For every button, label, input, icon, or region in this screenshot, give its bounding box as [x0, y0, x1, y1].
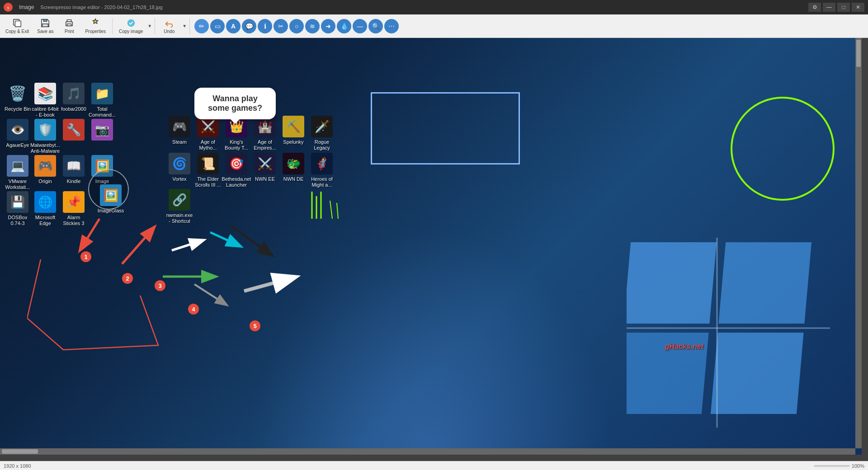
- foobar2000-icon[interactable]: 🎵 foobar2000: [58, 81, 90, 114]
- elder-scrolls-icon[interactable]: 📜 The Elder Scrolls III ...: [192, 151, 224, 190]
- svg-line-26: [330, 201, 332, 219]
- agaueeye-icon[interactable]: 👁️ AgaueEye: [2, 117, 33, 150]
- red-polygon: [27, 259, 172, 354]
- num-circle-5: 5: [250, 320, 260, 331]
- titlebar: S Image Screenpresso image editor - 2020…: [0, 0, 868, 14]
- svg-rect-5: [42, 24, 48, 27]
- copy-image-group: Copy image ▼: [115, 16, 152, 36]
- blur-tool[interactable]: ≋: [305, 19, 320, 33]
- image-dimensions: 1920 x 1080: [4, 463, 31, 469]
- svg-line-27: [337, 203, 338, 219]
- rect-annotation: [371, 92, 520, 164]
- zoom-level: 100%: [852, 463, 864, 469]
- green-lines-annotation: [307, 187, 362, 223]
- num-circle-4: 4: [188, 304, 199, 315]
- properties-button[interactable]: Properties: [81, 16, 109, 36]
- line-tool[interactable]: —: [353, 19, 367, 33]
- canvas-area[interactable]: 🗑️ Recycle Bin 📚 calibre 64bit - E-book …: [0, 38, 862, 455]
- separator-1: [112, 18, 113, 34]
- dosbox-icon[interactable]: 💾 DOSBox 0.74-3: [2, 189, 33, 228]
- nwmain-icon[interactable]: 🔗 nwmain.exe - Shortcut: [164, 187, 195, 226]
- copy-exit-button[interactable]: Copy & Exit: [2, 16, 33, 36]
- windows-logo: [627, 238, 816, 428]
- svg-text:S: S: [7, 6, 9, 10]
- menu-image[interactable]: Image: [16, 3, 37, 11]
- numbered-tool[interactable]: ℹ: [258, 19, 272, 33]
- recycle-bin-icon[interactable]: 🗑️ Recycle Bin: [2, 81, 33, 114]
- alarm-stickies-icon[interactable]: 📌 Alarm Stickies 3: [58, 189, 90, 228]
- separator-3: [189, 18, 190, 34]
- vortex-icon[interactable]: 🌀 Vortex: [164, 151, 195, 184]
- green-circle-annotation: [731, 97, 835, 201]
- v-scroll-thumb[interactable]: [856, 40, 861, 67]
- zoom-slider[interactable]: [814, 465, 850, 467]
- heroes-icon[interactable]: 🦸 Heroes of Might a...: [306, 151, 338, 190]
- light-beam: [250, 229, 612, 455]
- icon-4[interactable]: 📷: [86, 117, 118, 144]
- window-title: Screenpresso image editor - 2020-04-02_1…: [40, 5, 162, 10]
- minimize-button[interactable]: —: [823, 3, 835, 12]
- desktop-background: 🗑️ Recycle Bin 📚 calibre 64bit - E-book …: [0, 38, 862, 455]
- titlebar-left: S Image Screenpresso image editor - 2020…: [4, 3, 163, 12]
- spelunky-icon[interactable]: ⛏️ Spelunky: [278, 114, 309, 147]
- rectangle-tool[interactable]: ▭: [210, 19, 225, 33]
- h-scroll-thumb[interactable]: [2, 449, 38, 454]
- undo-button[interactable]: Undo: [158, 16, 180, 36]
- copy-image-dropdown[interactable]: ▼: [147, 24, 152, 28]
- callout-tool[interactable]: 💬: [242, 19, 256, 33]
- imageglass-icon[interactable]: 🖼️ ImageGlass: [95, 183, 127, 216]
- save-as-button[interactable]: Save as: [33, 16, 57, 36]
- more-tool[interactable]: ⋯: [384, 19, 399, 33]
- main-area: 🗑️ Recycle Bin 📚 calibre 64bit - E-book …: [0, 38, 868, 461]
- pencil-tool[interactable]: ✏: [194, 19, 209, 33]
- water-tool[interactable]: 💧: [337, 19, 351, 33]
- svg-rect-7: [67, 24, 71, 26]
- speech-bubble: Wanna play some games?: [194, 88, 276, 119]
- svg-rect-4: [44, 19, 47, 22]
- undo-dropdown[interactable]: ▼: [182, 24, 187, 28]
- statusbar: 1920 x 1080 100%: [0, 461, 868, 470]
- origin-icon[interactable]: 🎮 Origin: [29, 153, 61, 186]
- vertical-scrollbar[interactable]: [855, 38, 862, 448]
- scissor-tool[interactable]: ✂: [274, 19, 288, 33]
- app-logo: S: [4, 3, 13, 12]
- horizontal-scrollbar[interactable]: [0, 448, 855, 455]
- settings-button[interactable]: ⚙: [808, 3, 821, 12]
- svg-line-16: [122, 228, 154, 264]
- svg-line-18: [210, 232, 240, 246]
- msedge-icon[interactable]: 🌐 Microsoft Edge: [29, 189, 61, 228]
- svg-rect-10: [718, 242, 811, 324]
- titlebar-controls: ⚙ — □ ✕: [808, 3, 864, 12]
- svg-line-21: [194, 284, 226, 305]
- separator-2: [155, 18, 155, 34]
- ghacks-text: gHacks.net: [665, 343, 703, 351]
- svg-line-17: [172, 240, 203, 250]
- svg-rect-9: [627, 242, 717, 324]
- arrow-tool[interactable]: ➜: [321, 19, 335, 33]
- svg-point-8: [127, 19, 135, 27]
- svg-rect-12: [711, 333, 804, 414]
- ellipse-tool[interactable]: ○: [289, 19, 304, 33]
- icon-3[interactable]: 🔧: [58, 117, 90, 144]
- magnify-tool[interactable]: 🔍: [368, 19, 383, 33]
- drawing-tools: ✏ ▭ A 💬 ℹ ✂ ○ ≋ ➜ 💧 — 🔍 ⋯: [194, 19, 399, 33]
- toolbar: Copy & Exit Save as Print Properties Cop…: [0, 14, 868, 38]
- kindle-icon[interactable]: 📖 Kindle: [58, 153, 90, 186]
- bethesda-icon[interactable]: 🎯 Bethesda.net Launcher: [221, 151, 252, 190]
- age-of-empires-icon[interactable]: 🏰 Age of Empires...: [249, 114, 281, 153]
- maximize-button[interactable]: □: [837, 3, 850, 12]
- age-of-mythology-icon[interactable]: ⚔️ Age of Mytho...: [192, 114, 224, 153]
- nwn-de-icon[interactable]: 🐲 NWN DE: [278, 151, 309, 184]
- malwarebytes-icon[interactable]: 🛡️ Malwarebyt... Anti-Malware: [29, 117, 61, 156]
- rogue-legacy-icon[interactable]: 🗡️ Rogue Legacy: [306, 114, 338, 153]
- nwn-ee-icon[interactable]: ⚔️ NWN EE: [249, 151, 281, 184]
- copy-image-button[interactable]: Copy image: [115, 16, 146, 36]
- close-button[interactable]: ✕: [852, 3, 864, 12]
- zoom-control: 100%: [814, 463, 864, 469]
- svg-rect-3: [15, 21, 21, 27]
- steam-icon[interactable]: 🎮 Steam: [164, 114, 195, 147]
- vmware-icon[interactable]: 💻 VMware Workstati...: [2, 153, 33, 192]
- text-tool[interactable]: A: [226, 19, 241, 33]
- total-commander-icon[interactable]: 📁 Total Command...: [86, 81, 118, 120]
- print-button[interactable]: Print: [58, 16, 80, 36]
